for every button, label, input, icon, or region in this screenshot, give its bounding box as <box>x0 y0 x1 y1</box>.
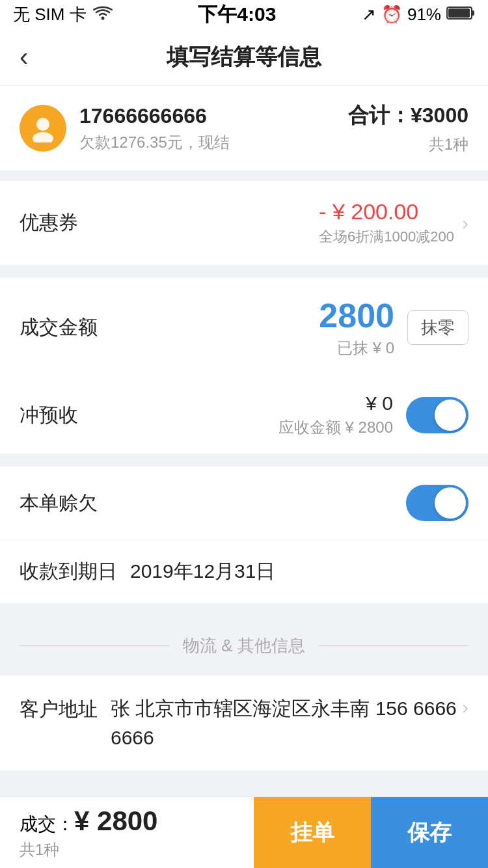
bottom-count: 共1种 <box>20 839 234 860</box>
address-value: 张 北京市市辖区海淀区永丰南 156 6666 6666 <box>111 694 462 752</box>
customer-left: 17666666666 欠款1276.35元，现结 <box>20 104 230 153</box>
svg-rect-3 <box>448 8 470 18</box>
save-button[interactable]: 保存 <box>371 797 488 869</box>
amount-right: 2800 已抹 ¥ 0 抹零 <box>319 296 468 359</box>
status-time: 下午4:03 <box>198 1 276 28</box>
svg-point-0 <box>101 16 104 20</box>
prepay-values: ¥ 0 应收金额 ¥ 2800 <box>278 392 393 438</box>
debt-toggle-knob <box>435 487 466 519</box>
alarm-icon: ⏰ <box>381 5 402 25</box>
prepay-label: 冲预收 <box>20 402 78 429</box>
debt-section: 本单赊欠 <box>0 467 488 539</box>
battery-icon <box>446 5 475 25</box>
back-button[interactable]: ‹ <box>20 42 59 72</box>
coupon-discount: - ¥ 200.00 <box>319 199 454 224</box>
coupon-desc: 全场6折满1000减200 <box>319 227 454 247</box>
logistics-divider: 物流 & 其他信息 <box>0 616 488 675</box>
coupon-arrow-icon: › <box>462 212 468 234</box>
amount-label: 成交金额 <box>20 314 98 341</box>
prepay-row: 冲预收 ¥ 0 应收金额 ¥ 2800 <box>0 377 488 454</box>
bottom-summary: 成交：¥ 2800 共1种 <box>0 806 254 860</box>
customer-total: 合计：¥3000 共1种 <box>348 102 468 155</box>
amount-sub: 已抹 ¥ 0 <box>319 338 394 359</box>
rounding-button[interactable]: 抹零 <box>407 310 468 345</box>
location-icon: ↗ <box>362 5 376 25</box>
address-label: 客户地址 <box>20 696 98 723</box>
bottom-deal-prefix: 成交： <box>20 814 74 834</box>
avatar <box>20 105 66 152</box>
coupon-right: - ¥ 200.00 全场6折满1000减200 › <box>319 199 468 247</box>
divider-line-right <box>318 645 468 646</box>
total-amount: 合计：¥3000 <box>348 102 468 130</box>
due-date-section: 收款到期日 2019年12月31日 <box>0 540 488 603</box>
customer-info: 17666666666 欠款1276.35元，现结 <box>79 104 230 153</box>
prepay-toggle[interactable] <box>406 397 468 433</box>
debt-toggle[interactable] <box>406 485 468 521</box>
page-title: 填写结算等信息 <box>167 42 321 72</box>
logistics-label: 物流 & 其他信息 <box>183 634 305 657</box>
amount-value: 2800 <box>319 296 394 335</box>
customer-phone: 17666666666 <box>79 104 230 128</box>
battery-text: 91% <box>407 5 441 25</box>
prepay-section: 冲预收 ¥ 0 应收金额 ¥ 2800 <box>0 377 488 454</box>
section-divider-1 <box>0 265 488 278</box>
svg-rect-2 <box>472 10 474 16</box>
due-date-value: 2019年12月31日 <box>130 558 275 585</box>
carrier-text: 无 SIM 卡 <box>13 3 87 26</box>
customer-card: 17666666666 欠款1276.35元，现结 合计：¥3000 共1种 <box>0 86 488 170</box>
section-divider-2 <box>0 454 488 467</box>
prepay-sub: 应收金额 ¥ 2800 <box>278 417 393 438</box>
address-arrow-icon: › <box>462 696 468 718</box>
status-left: 无 SIM 卡 <box>13 3 113 26</box>
svg-point-5 <box>33 132 53 142</box>
total-type: 共1种 <box>348 134 468 155</box>
content-area: 17666666666 欠款1276.35元，现结 合计：¥3000 共1种 优… <box>0 86 488 868</box>
status-bar: 无 SIM 卡 下午4:03 ↗ ⏰ 91% <box>0 0 488 29</box>
bottom-deal-amount: ¥ 2800 <box>74 806 157 836</box>
debt-label: 本单赊欠 <box>20 490 98 517</box>
address-section[interactable]: 客户地址 张 北京市市辖区海淀区永丰南 156 6666 6666 › <box>0 675 488 770</box>
toggle-knob <box>435 400 466 431</box>
prepay-amount: ¥ 0 <box>278 392 393 414</box>
svg-point-4 <box>36 118 49 131</box>
amount-section: 成交金额 2800 已抹 ¥ 0 抹零 <box>0 278 488 377</box>
customer-debt: 欠款1276.35元，现结 <box>79 132 230 153</box>
nav-bar: ‹ 填写结算等信息 <box>0 29 488 86</box>
bottom-deal-line: 成交：¥ 2800 <box>20 806 234 837</box>
bottom-bar: 成交：¥ 2800 共1种 挂单 保存 <box>0 796 488 868</box>
status-right: ↗ ⏰ 91% <box>362 5 475 25</box>
divider-line-left <box>20 645 170 646</box>
wifi-icon <box>93 5 113 25</box>
coupon-row[interactable]: 优惠券 - ¥ 200.00 全场6折满1000减200 › <box>0 181 488 265</box>
amount-row: 成交金额 2800 已抹 ¥ 0 抹零 <box>0 278 488 377</box>
due-date-label: 收款到期日 <box>20 558 117 585</box>
coupon-label: 优惠券 <box>20 210 78 236</box>
hold-button[interactable]: 挂单 <box>254 797 371 869</box>
